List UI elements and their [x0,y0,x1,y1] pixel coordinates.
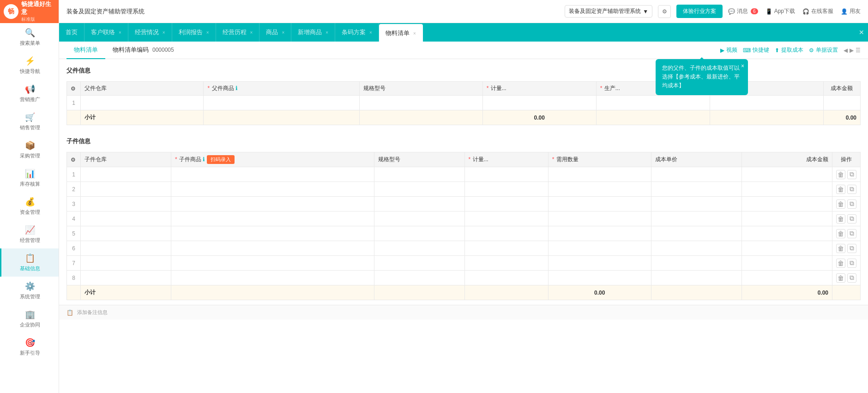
child-row-4-spec[interactable] [374,212,464,226]
child-row-6-unit[interactable] [464,241,548,256]
child-row-5-warehouse[interactable] [81,226,171,241]
view-action[interactable]: ▶ 视频 [720,46,737,54]
delete-icon[interactable]: 🗑 [836,244,845,253]
delete-icon[interactable]: 🗑 [836,185,845,194]
sidebar-item-system[interactable]: ⚙️ 系统管理 [0,277,59,305]
child-row-6-unit-cost[interactable] [651,241,741,256]
child-row-6-product[interactable] [171,241,374,256]
delete-icon[interactable]: 🗑 [836,229,845,238]
nav-prev-icon[interactable]: ◀ [844,47,848,54]
child-row-8-warehouse[interactable] [81,271,171,285]
child-row-3-unit[interactable] [464,197,548,212]
tab-new-goods[interactable]: 新增商品 × [291,23,335,42]
scan-button[interactable]: 扫码录入 [207,155,235,164]
child-row-6-spec[interactable] [374,241,464,256]
subtab-code[interactable]: 物料清单编码 0000005 [105,42,181,59]
tab-bom[interactable]: 物料清单 × [379,24,423,42]
child-row-3-unit-cost[interactable] [651,197,741,212]
child-row-8-unit[interactable] [464,271,548,285]
sidebar-item-basic[interactable]: 📋 基础信息 [0,248,59,277]
child-row-2-spec[interactable] [374,182,464,197]
sidebar-item-operations[interactable]: 📈 经营管理 [0,220,59,248]
child-row-7-spec[interactable] [374,256,464,271]
copy-icon[interactable]: ⧉ [847,229,856,238]
child-row-8-spec[interactable] [374,271,464,285]
copy-icon[interactable]: ⧉ [847,273,856,283]
delete-icon[interactable]: 🗑 [836,170,845,179]
sidebar-item-purchase[interactable]: 📦 采购管理 [0,136,59,164]
tab-goods[interactable]: 商品 × [259,23,291,42]
child-row-2-product[interactable] [171,182,374,197]
child-row-5-unit-cost[interactable] [651,226,741,241]
sidebar-item-quick-nav[interactable]: ⚡ 快捷导航 [0,51,59,79]
tab-barcode[interactable]: 条码方案 × [335,23,379,42]
copy-icon[interactable]: ⧉ [847,200,856,209]
child-row-2-qty[interactable] [548,182,651,197]
settings-gear-button[interactable]: ⚙ [658,5,671,18]
child-row-5-qty[interactable] [548,226,651,241]
child-row-7-qty[interactable] [548,256,651,271]
parent-row-1-cost[interactable] [710,96,823,110]
parent-row-1-unit[interactable] [482,96,596,110]
delete-icon[interactable]: 🗑 [836,200,845,209]
child-row-7-unit-cost[interactable] [651,256,741,271]
child-row-5-spec[interactable] [374,226,464,241]
delete-icon[interactable]: 🗑 [836,214,845,224]
child-row-5-product[interactable] [171,226,374,241]
child-row-6-qty[interactable] [548,241,651,256]
sidebar-item-enterprise[interactable]: 🏢 企业协同 [0,305,59,333]
child-row-1-warehouse[interactable] [81,167,171,182]
sidebar-item-finance[interactable]: 💰 资金管理 [0,192,59,220]
child-row-3-qty[interactable] [548,197,651,212]
child-row-4-unit-cost[interactable] [651,212,741,226]
child-row-5-unit[interactable] [464,226,548,241]
child-row-1-spec[interactable] [374,167,464,182]
message-action[interactable]: 💬 消息 6 [728,7,758,15]
child-row-4-qty[interactable] [548,212,651,226]
delete-icon[interactable]: 🗑 [836,273,845,283]
tab-newgoods-close-icon[interactable]: × [326,30,328,35]
tab-customer[interactable]: 客户联络 × [84,23,128,42]
parent-row-1-produce[interactable] [596,96,710,110]
subtab-list[interactable]: 物料清单 [66,42,105,59]
tab-barcode-close-icon[interactable]: × [369,30,372,35]
child-row-7-warehouse[interactable] [81,256,171,271]
copy-icon[interactable]: ⧉ [847,244,856,253]
tab-operation[interactable]: 经营情况 × [128,23,172,42]
delete-icon[interactable]: 🗑 [836,259,845,268]
child-row-3-warehouse[interactable] [81,197,171,212]
nav-next-icon[interactable]: ▶ [850,47,854,54]
tab-profit[interactable]: 利润报告 × [172,23,216,42]
child-row-7-unit[interactable] [464,256,548,271]
sidebar-item-guide[interactable]: 🎯 新手引导 [0,333,59,361]
tab-home[interactable]: 首页 [59,23,84,42]
parent-row-1-product[interactable] [204,96,360,110]
single-settings-action[interactable]: ⚙ 单据设置 [809,46,838,54]
child-row-3-spec[interactable] [374,197,464,212]
child-row-1-product[interactable] [171,167,374,182]
child-row-4-unit[interactable] [464,212,548,226]
nav-menu-icon[interactable]: ☰ [856,47,861,54]
sidebar-item-search[interactable]: 🔍 搜索菜单 [0,23,59,51]
child-row-1-unit-cost[interactable] [651,167,741,182]
child-row-1-qty[interactable] [548,167,651,182]
sidebar-item-marketing[interactable]: 📢 营销推广 [0,79,59,108]
child-row-2-warehouse[interactable] [81,182,171,197]
trial-button[interactable]: 体验行业方案 [676,5,723,18]
sidebar-item-inventory[interactable]: 📊 库存核算 [0,164,59,192]
tab-profit-close-icon[interactable]: × [206,30,209,35]
tab-goods-close-icon[interactable]: × [282,30,284,35]
tab-history-close-icon[interactable]: × [250,30,253,35]
child-row-6-warehouse[interactable] [81,241,171,256]
tooltip-close-button[interactable]: × [741,62,744,71]
user-action[interactable]: 👤 用友 [841,7,861,15]
copy-icon[interactable]: ⧉ [847,170,856,179]
parent-row-1-spec[interactable] [360,96,482,110]
tab-operation-close-icon[interactable]: × [163,30,165,35]
child-col-settings[interactable]: ⚙ [67,152,81,167]
tab-customer-close-icon[interactable]: × [119,30,121,35]
system-selector[interactable]: 装备及固定资产辅助管理系统 ▼ [565,5,652,18]
online-service-action[interactable]: 🎧 在线客服 [802,7,833,15]
tab-history[interactable]: 经营历程 × [216,23,260,42]
child-row-1-unit[interactable] [464,167,548,182]
